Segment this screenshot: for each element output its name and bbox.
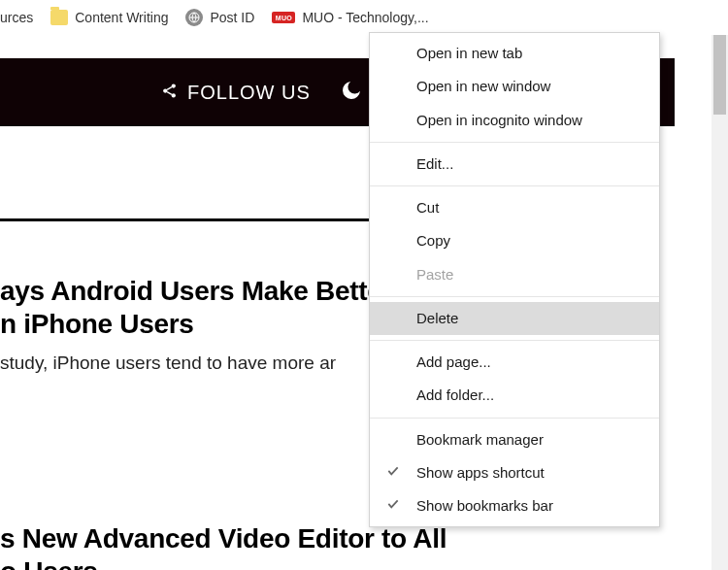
menu-item-bookmark-manager[interactable]: Bookmark manager [370,423,659,456]
bookmark-item[interactable]: Content Writing [50,10,168,25]
svg-line-4 [167,86,172,89]
menu-separator [370,185,659,186]
menu-item-show-apps-shortcut[interactable]: Show apps shortcut [370,456,659,489]
svg-point-2 [163,88,167,92]
article-headline[interactable]: ays Android Users Make Better n iPhone U… [0,275,392,340]
menu-item-add-folder[interactable]: Add folder... [370,379,659,412]
menu-item-open-in-new-tab[interactable]: Open in new tab [370,37,659,70]
svg-point-3 [172,93,176,97]
globe-icon [185,9,203,26]
menu-item-label: Show apps shortcut [416,464,545,481]
menu-item-label: Bookmark manager [416,431,544,448]
muo-icon: MUO [272,12,295,23]
menu-separator [370,142,659,143]
scrollbar-thumb[interactable] [713,35,726,115]
menu-item-label: Open in new tab [416,45,522,61]
dark-mode-toggle[interactable] [340,79,363,106]
follow-us[interactable]: FOLLOW US [161,82,311,104]
follow-label: FOLLOW US [187,82,311,104]
menu-item-show-bookmarks-bar[interactable]: Show bookmarks bar [370,489,659,522]
menu-item-label: Show bookmarks bar [416,497,553,514]
svg-line-5 [167,91,172,94]
svg-point-1 [172,84,176,87]
menu-item-edit[interactable]: Edit... [370,148,659,181]
article-excerpt: study, iPhone users tend to have more ar [0,352,336,374]
bookmark-label: urces [0,10,33,25]
menu-item-label: Add folder... [416,386,494,403]
divider [0,218,369,221]
folder-icon [50,10,68,25]
bookmark-context-menu: Open in new tabOpen in new windowOpen in… [369,32,660,527]
bookmark-item[interactable]: MUO MUO - Technology,... [272,10,428,25]
share-icon [161,82,178,104]
menu-item-label: Cut [416,199,439,216]
bookmark-item[interactable]: urces [0,10,33,25]
menu-item-label: Open in new window [416,78,550,94]
bookmark-item[interactable]: Post ID [185,9,254,26]
menu-item-label: Paste [416,266,453,283]
menu-item-copy[interactable]: Copy [370,224,659,257]
menu-item-add-page[interactable]: Add page... [370,346,659,379]
menu-separator [370,296,659,297]
check-icon [386,463,400,483]
menu-item-label: Copy [416,232,450,249]
menu-item-label: Open in incognito window [416,112,582,128]
bookmark-label: MUO - Technology,... [302,10,428,25]
menu-item-open-in-incognito-window[interactable]: Open in incognito window [370,104,659,137]
menu-separator [370,340,659,341]
scrollbar[interactable] [711,35,728,570]
menu-item-paste: Paste [370,258,659,291]
menu-item-label: Edit... [416,155,453,172]
check-icon [386,496,400,516]
bookmark-label: Content Writing [75,10,168,25]
menu-separator [370,418,659,419]
bookmarks-bar: urces Content Writing Post ID MUO MUO - … [0,0,728,35]
menu-item-open-in-new-window[interactable]: Open in new window [370,70,659,103]
menu-item-label: Delete [416,310,458,326]
bookmark-label: Post ID [210,10,254,25]
menu-item-label: Add page... [416,353,491,370]
menu-item-delete[interactable]: Delete [370,302,659,335]
menu-item-cut[interactable]: Cut [370,191,659,224]
article-headline[interactable]: s New Advanced Video Editor to All o Use… [0,522,447,570]
